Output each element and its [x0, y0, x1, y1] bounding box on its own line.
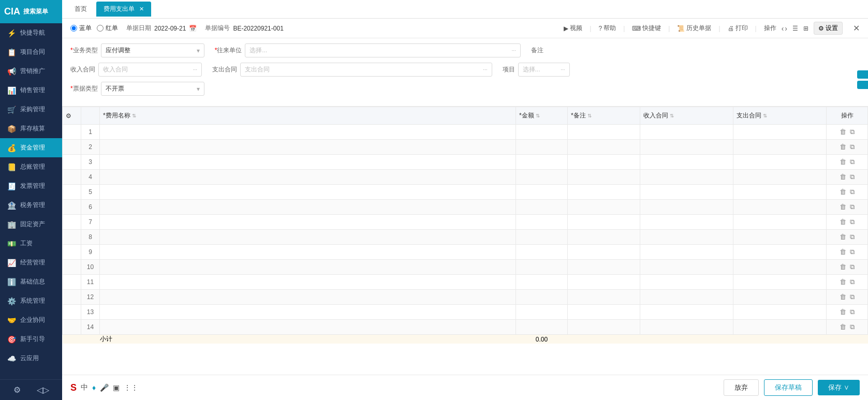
delete-row-icon[interactable]: 🗑 — [840, 248, 846, 256]
sidebar-item-invoice[interactable]: 🧾 发票管理 — [0, 176, 62, 196]
notes-cell[interactable] — [568, 320, 640, 335]
delete-row-icon[interactable]: 🗑 — [840, 158, 846, 166]
sidebar-item-system[interactable]: ⚙️ 系统管理 — [0, 291, 62, 310]
settings-button[interactable]: ⚙ 设置 — [814, 22, 843, 35]
volume-footer-icon[interactable]: ◁▷ — [37, 385, 49, 395]
delete-row-icon[interactable]: 🗑 — [840, 128, 846, 136]
tab-expense[interactable]: 费用支出单 ✕ — [96, 2, 151, 17]
notes-cell[interactable] — [568, 125, 640, 140]
amount-cell[interactable] — [516, 275, 568, 290]
income-contract-input[interactable]: 收入合同 ··· — [98, 63, 202, 77]
notes-cell[interactable] — [568, 200, 640, 215]
notes-cell[interactable] — [568, 290, 640, 305]
amount-cell[interactable] — [516, 140, 568, 155]
expense-contract-cell[interactable] — [733, 200, 827, 215]
close-window-btn[interactable]: ✕ — [853, 23, 860, 33]
amount-cell[interactable] — [516, 290, 568, 305]
sidebar-item-enterprise[interactable]: 🤝 企业协同 — [0, 310, 62, 330]
amount-cell[interactable] — [516, 200, 568, 215]
copy-row-icon[interactable]: ⧉ — [850, 158, 855, 166]
copy-row-icon[interactable]: ⧉ — [850, 323, 855, 331]
amount-cell[interactable] — [516, 305, 568, 320]
notes-cell[interactable] — [568, 215, 640, 230]
blue-bill-radio[interactable]: 蓝单 — [70, 24, 92, 33]
sidebar-search-label[interactable]: 搜索菜单 — [23, 7, 48, 16]
mic-icon[interactable]: 🎤 — [100, 383, 109, 392]
amount-cell[interactable] — [516, 170, 568, 185]
notes-cell[interactable] — [568, 155, 640, 170]
red-bill-input[interactable] — [97, 25, 104, 32]
expense-contract-input[interactable]: 支出合同 ··· — [240, 63, 492, 77]
income-contract-cell[interactable] — [640, 140, 733, 155]
col-income-contract[interactable]: 收入合同 — [640, 107, 733, 125]
sidebar-item-purchase[interactable]: 🛒 采购管理 — [0, 100, 62, 119]
notes-cell[interactable] — [568, 245, 640, 260]
income-contract-cell[interactable] — [640, 230, 733, 245]
income-contract-cell[interactable] — [640, 245, 733, 260]
income-contract-cell[interactable] — [640, 215, 733, 230]
expense-contract-cell[interactable] — [733, 125, 827, 140]
expense-contract-cell[interactable] — [733, 155, 827, 170]
sidebar-item-inventory[interactable]: 📦 库存核算 — [0, 119, 62, 138]
sidebar-item-sales[interactable]: 📊 销售管理 — [0, 81, 62, 100]
sidebar-item-marketing[interactable]: 📢 营销推广 — [0, 62, 62, 81]
delete-row-icon[interactable]: 🗑 — [840, 143, 846, 151]
business-type-select[interactable]: 应付调整 ▾ — [101, 43, 204, 57]
expense-name-cell[interactable] — [100, 260, 516, 275]
delete-row-icon[interactable]: 🗑 — [840, 218, 846, 226]
sidebar-item-basic-info[interactable]: ℹ️ 基础信息 — [0, 272, 62, 291]
col-settings[interactable]: ⚙ — [63, 107, 81, 125]
income-contract-cell[interactable] — [640, 185, 733, 200]
delete-row-icon[interactable]: 🗑 — [840, 203, 846, 211]
amount-cell[interactable] — [516, 230, 568, 245]
copy-row-icon[interactable]: ⧉ — [850, 143, 855, 151]
copy-row-icon[interactable]: ⧉ — [850, 128, 855, 136]
nav-next-btn[interactable]: › — [785, 24, 787, 33]
history-btn[interactable]: 📜 历史单据 — [677, 24, 711, 33]
expense-contract-cell[interactable] — [733, 215, 827, 230]
attachment-panel-item[interactable]: 附件 — [857, 70, 868, 79]
sidebar-item-fixed-assets[interactable]: 🏢 固定资产 — [0, 215, 62, 234]
col-expense-contract[interactable]: 支出合同 — [733, 107, 827, 125]
sidebar-item-cloud[interactable]: ☁️ 云应用 — [0, 349, 62, 368]
delete-row-icon[interactable]: 🗑 — [840, 263, 846, 271]
notes-cell[interactable] — [568, 230, 640, 245]
expense-name-cell[interactable] — [100, 275, 516, 290]
copy-row-icon[interactable]: ⧉ — [850, 308, 855, 316]
sidebar-item-guide[interactable]: 🎯 新手引导 — [0, 330, 62, 349]
income-contract-cell[interactable] — [640, 275, 733, 290]
expense-name-cell[interactable] — [100, 155, 516, 170]
col-amount[interactable]: *金额 — [516, 107, 568, 125]
help-btn[interactable]: ? 帮助 — [598, 24, 616, 33]
amount-cell[interactable] — [516, 125, 568, 140]
amount-cell[interactable] — [516, 155, 568, 170]
sidebar-item-operations[interactable]: 📈 经营管理 — [0, 253, 62, 272]
red-bill-radio[interactable]: 红单 — [97, 24, 118, 33]
notes-cell[interactable] — [568, 170, 640, 185]
sidebar-item-capital[interactable]: 💰 资金管理 — [0, 138, 62, 157]
sidebar-item-payroll[interactable]: 💵 工资 — [0, 234, 62, 253]
notes-cell[interactable] — [568, 275, 640, 290]
expense-name-cell[interactable] — [100, 230, 516, 245]
copy-row-icon[interactable]: ⧉ — [850, 263, 855, 271]
partner-input[interactable]: 选择... ··· — [245, 43, 521, 57]
tab-home[interactable]: 首页 — [67, 2, 94, 17]
expense-contract-cell[interactable] — [733, 245, 827, 260]
copy-row-icon[interactable]: ⧉ — [850, 278, 855, 286]
delete-row-icon[interactable]: 🗑 — [840, 293, 846, 301]
amount-cell[interactable] — [516, 185, 568, 200]
expense-contract-cell[interactable] — [733, 140, 827, 155]
delete-row-icon[interactable]: 🗑 — [840, 173, 846, 181]
list-view-btn[interactable]: ☰ — [792, 25, 798, 32]
copy-row-icon[interactable]: ⧉ — [850, 218, 855, 226]
mark-panel-item[interactable]: 标记 — [857, 81, 868, 89]
expense-name-cell[interactable] — [100, 305, 516, 320]
print-btn[interactable]: 🖨 打印 — [728, 24, 748, 33]
expense-contract-cell[interactable] — [733, 305, 827, 320]
amount-cell[interactable] — [516, 320, 568, 335]
tab-close-icon[interactable]: ✕ — [139, 6, 144, 12]
expense-contract-cell[interactable] — [733, 230, 827, 245]
diamond-icon[interactable]: ♦ — [92, 383, 96, 392]
notes-cell[interactable] — [568, 260, 640, 275]
copy-row-icon[interactable]: ⧉ — [850, 188, 855, 196]
